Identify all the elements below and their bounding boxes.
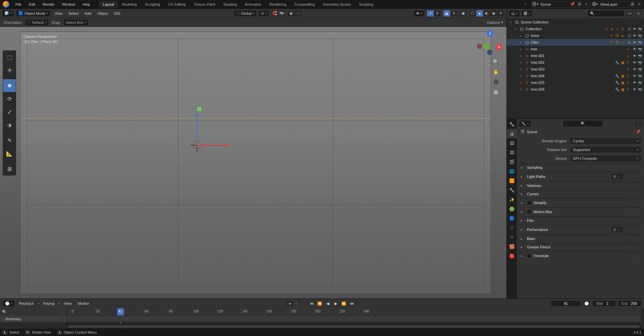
panel-header[interactable]: ▸Sampling⋮⋮⋮⋮: [520, 164, 641, 171]
property-tab-5[interactable]: 🌐: [507, 166, 517, 176]
outliner-editor-dropdown[interactable]: 🗂▾: [509, 10, 520, 17]
menu-edit[interactable]: Edit: [25, 1, 39, 8]
disclosure-icon[interactable]: ▸: [521, 184, 525, 187]
panel-checkbox[interactable]: [527, 200, 532, 205]
timeline-editor-dropdown[interactable]: 🕐▾: [3, 300, 15, 307]
cam-toggle[interactable]: 📷: [637, 66, 643, 72]
nav-axis-z[interactable]: Z: [487, 30, 493, 37]
tool-cursor[interactable]: ✛: [3, 64, 16, 77]
workspace-tab-texture-paint[interactable]: Texture Paint: [190, 1, 219, 8]
gizmo-axis-z[interactable]: [197, 115, 197, 145]
shading-rendered[interactable]: ◉: [490, 10, 497, 17]
outliner-row[interactable]: ▸▢Olen▽75☆☑👁📷: [507, 39, 644, 46]
property-tab-1[interactable]: 🖨: [507, 129, 517, 138]
gizmo-options[interactable]: ▾: [434, 10, 441, 17]
pin-icon[interactable]: 📌: [636, 130, 641, 134]
properties-search[interactable]: 🔍: [563, 120, 603, 127]
disclosure-icon[interactable]: ▸: [519, 75, 523, 78]
view-menu[interactable]: View: [52, 11, 64, 16]
pivot-dropdown[interactable]: ⊙▾: [259, 10, 269, 17]
disclosure-icon[interactable]: ▸: [521, 237, 525, 240]
3d-viewport[interactable]: Camera Perspective (41) Olen | Plane.001…: [0, 27, 506, 298]
cam-toggle[interactable]: 📷: [637, 73, 643, 79]
grip-icon[interactable]: ⋮⋮⋮⋮: [627, 237, 640, 241]
list-icon[interactable]: ☰: [612, 174, 617, 179]
workspace-tab-modeling[interactable]: Modeling: [118, 1, 141, 8]
workspace-tab-geometry-nodes[interactable]: Geometry Nodes: [319, 1, 355, 8]
add-workspace-button[interactable]: ＋: [521, 0, 530, 8]
disclosure-icon[interactable]: ▸: [519, 48, 523, 51]
nav-axis-neg-x[interactable]: [477, 44, 482, 49]
panel-checkbox[interactable]: [527, 253, 532, 258]
new-collection-button[interactable]: 🗀: [635, 10, 642, 17]
grip-icon[interactable]: ⋮⋮: [618, 227, 623, 232]
property-tab-8[interactable]: ✨: [507, 195, 517, 204]
scene-name-input[interactable]: [539, 2, 569, 7]
eye-toggle[interactable]: 👁: [632, 73, 637, 79]
tool-move[interactable]: ✥: [3, 79, 16, 92]
shading-options[interactable]: ▾: [497, 10, 504, 17]
panel-header[interactable]: ▸Curves⋮⋮⋮⋮: [520, 190, 641, 198]
outliner-row[interactable]: ▸▢Collection▽●☆3☑👁📷: [507, 26, 644, 32]
grip-icon[interactable]: ⋮⋮⋮⋮: [627, 254, 640, 258]
view-menu-tl[interactable]: View: [62, 301, 74, 306]
outliner-row[interactable]: ▸∿tree.001∿👁📷: [507, 52, 644, 59]
eye-toggle[interactable]: 👁: [632, 53, 637, 58]
viewlayer-name-input[interactable]: [599, 2, 629, 7]
eye-toggle[interactable]: 👁: [632, 46, 637, 52]
grip-icon[interactable]: ⋮⋮⋮⋮: [627, 245, 640, 249]
disclosure-icon[interactable]: ▸: [519, 54, 523, 57]
disclosure-icon[interactable]: ▸: [519, 61, 523, 64]
disclosure-icon[interactable]: ▾: [509, 21, 513, 24]
zoom-button[interactable]: 🔍: [492, 58, 500, 66]
eye-toggle[interactable]: 👁: [632, 87, 637, 92]
tool-scale[interactable]: ⤢: [3, 105, 16, 118]
menu-help[interactable]: Help: [79, 1, 94, 8]
cam-toggle[interactable]: 📷: [637, 80, 643, 85]
pan-button[interactable]: ✋: [492, 68, 500, 76]
grip-icon[interactable]: ⋮⋮⋮⋮: [627, 192, 640, 196]
disclosure-icon[interactable]: ▸: [514, 28, 518, 31]
snap-toggle[interactable]: 🧲: [271, 10, 278, 17]
visibility-dropdown[interactable]: 👁▾: [414, 10, 425, 17]
panel-header[interactable]: ▸Film⋮⋮⋮⋮: [520, 217, 641, 224]
transform-gizmo[interactable]: [186, 121, 226, 161]
gizmo-toggle[interactable]: ⌖: [427, 10, 434, 17]
summary-row[interactable]: ▾Summary: [0, 316, 67, 322]
options-dropdown[interactable]: Options▾: [487, 20, 503, 25]
property-dropdown[interactable]: Cycles▾: [570, 138, 641, 144]
play-reverse-button[interactable]: ◀: [324, 300, 332, 307]
workspace-tab-scripting[interactable]: Scripting: [355, 1, 377, 8]
cam-toggle[interactable]: 📷: [637, 60, 643, 65]
nav-axis-y[interactable]: [483, 43, 490, 50]
camera-view-button[interactable]: 🎥: [492, 78, 500, 86]
viewlayer-browse-icon[interactable]: 🖼▾: [591, 2, 599, 6]
outliner-row[interactable]: ▸▽tree.025🔧▦▽👁📷: [507, 79, 644, 86]
overlays-options[interactable]: ▾: [450, 10, 458, 17]
drag-dropdown[interactable]: Select Box▾: [63, 19, 89, 26]
eye-toggle[interactable]: 👁: [632, 40, 637, 45]
timeline-search[interactable]: 🔍 ↔: [0, 308, 67, 316]
workspace-tab-animation[interactable]: Animation: [241, 1, 265, 8]
outliner-search[interactable]: 🔍: [588, 10, 625, 17]
menu-file[interactable]: File: [12, 1, 25, 8]
new-scene-button[interactable]: 🗐: [576, 1, 583, 8]
grip-icon[interactable]: ⋮⋮⋮⋮: [627, 184, 640, 188]
object-menu[interactable]: Object: [95, 11, 110, 16]
property-tab-4[interactable]: 🎬: [507, 157, 517, 166]
jump-first-button[interactable]: ⏮: [308, 300, 316, 307]
property-tab-3[interactable]: 🖼: [507, 148, 517, 157]
gizmo-axis-x[interactable]: [197, 145, 227, 146]
jump-prev-keyframe[interactable]: ⏪: [316, 300, 324, 307]
outliner-row[interactable]: ▸▽tree.002🔧▦▽👁📷: [507, 59, 644, 66]
overlays-toggle[interactable]: ◒: [443, 10, 450, 17]
disclosure-icon[interactable]: ▸: [519, 88, 523, 91]
pin-icon[interactable]: 📌: [569, 1, 576, 8]
disclosure-icon[interactable]: ▸: [519, 68, 523, 71]
panel-header[interactable]: ▸Bake⋮⋮⋮⋮: [520, 235, 641, 242]
panel-header[interactable]: ▸Motion Blur⋮⋮⋮⋮: [520, 208, 641, 216]
outliner-display-mode[interactable]: 🖼▾: [521, 10, 532, 17]
outliner-row-scene-collection[interactable]: ▾ 🗀 Scene Collection: [507, 19, 644, 26]
menu-render[interactable]: Render: [39, 1, 58, 8]
panel-header[interactable]: ▸Simplify⋮⋮⋮⋮: [520, 199, 641, 207]
